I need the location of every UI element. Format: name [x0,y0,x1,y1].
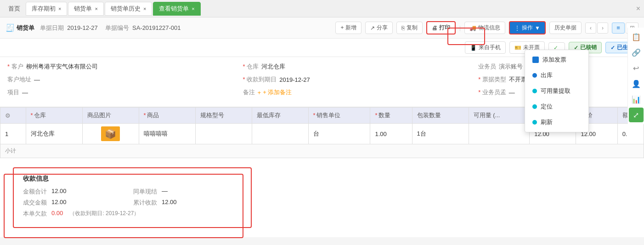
close-all-button[interactable]: × [636,5,640,13]
doc-date-label: 单据日期 2019-12-27 [40,24,98,32]
tab-sales[interactable]: 销货单 × [68,2,103,16]
row-amount: 0. [617,124,644,144]
staff-value: 演示账号 [499,63,523,71]
due-value: 0.00 [51,210,63,218]
row-pack-qty: 1台 [412,124,469,144]
locate-dot-icon [532,104,537,109]
outbound-label: 出库 [541,71,553,80]
due-date-value: 2019-12-27 [279,76,310,83]
sales-history-tab-close[interactable]: × [143,6,146,11]
payment-row-2: 成交金额 12.00 累计收款 12.00 [23,199,242,207]
sidebar-icon-1[interactable]: 📋 [629,29,644,44]
col-warehouse: *仓库 [26,108,82,124]
doc-actions: + 新增 ↗ 分享 ⎘ 复制 🖨 打印 | 🚚 物流信息 [335,21,638,34]
sidebar-icon-expand[interactable]: ⤢ [629,108,644,122]
from-phone-button[interactable]: 📱 来自手机 [465,41,506,54]
row-num: 1 [0,124,26,144]
payment-row-3: 本单欠款 0.00 （收款到期日: 2019-12-27） [23,210,242,218]
share-icon: ↗ [370,25,375,31]
customer-label: 客户 [7,63,23,71]
add-note-button[interactable]: + + 添加备注 [258,88,292,97]
cumulative-label: 累计收款 [133,199,157,207]
history-button[interactable]: 历史单据 [549,22,582,34]
col-available: 可用量 (... [469,108,530,124]
dropdown-add-invoice[interactable]: 添加发票 [525,52,588,68]
print-button[interactable]: 🖨 打印 [426,21,456,34]
view-sales-tab-close[interactable]: × [192,6,194,11]
doc-type-label: 销货单 [17,24,34,32]
page-wrapper: 首页 库存期初 × 销货单 × 销货单历史 × 查看销货单 × × 🧾 销货单 [0,0,644,245]
copy-button[interactable]: ⎘ 复制 [396,22,423,34]
gear-icon[interactable]: ⚙ [5,112,11,119]
transaction-label: 成交金额 [23,199,47,207]
sidebar-icon-3[interactable]: ↩ [629,61,644,75]
date-label-text: 单据日期 [40,24,64,31]
ticket-type-value: 不开票 [509,75,527,84]
logistics-button[interactable]: 🚚 物流信息 [464,22,505,34]
from-phone-label: 来自手机 [479,44,501,51]
available-fetch-dot-icon [532,89,537,93]
sidebar-icon-5[interactable]: 📊 [629,92,644,107]
check-eff-icon: ✓ [610,45,615,51]
same-order-label: 同单现结 [133,188,157,196]
address-value: — [34,76,40,83]
doc-num-label: 单据编号 SA-20191227-001 [105,24,181,32]
operate-label: 操作 [522,24,533,32]
share-label: 分享 [377,24,388,32]
plus-icon: + [258,89,261,96]
sidebar-icon-4[interactable]: 👤 [629,76,644,91]
doc-meta: 单据日期 2019-12-27 单据编号 SA-20191227-001 [40,24,181,32]
customer-field: 客户 柳州粤港平安气体有限公司 [7,63,234,71]
subtotal-label: 小计 [0,144,644,158]
copy-icon: ⎘ [401,25,405,31]
amount-total-item: 金额合计 12.00 [23,188,115,196]
sep1: | [459,24,461,31]
nav-prev-button[interactable]: ‹ [585,23,596,34]
tab-sales-history[interactable]: 销货单历史 × [105,2,152,16]
dropdown-available-fetch[interactable]: 可用量提取 [525,83,588,99]
sales-tab-close[interactable]: × [95,6,97,11]
address-field: 客户地址 — [7,75,234,84]
add-invoice-label: 添加发票 [542,56,566,64]
doc-type-icon: 🧾 [6,23,15,32]
due-hint: （收款到期日: 2019-12-27） [69,210,139,218]
salesperson-value: — [509,89,515,96]
warehouse-field: 仓库 河北仓库 [243,63,469,71]
payment-container: 收款信息 金额合计 12.00 同单现结 — 成交金额 12.00 [0,158,644,237]
col-model: 规格型号 [195,108,252,124]
row-unit: 台 [308,124,370,144]
same-order-item: 同单现结 — [133,188,225,196]
warehouse-value: 河北仓库 [261,63,285,71]
sidebar-icon-2[interactable]: 🔗 [629,45,644,60]
due-date-label: 收款到期日 [243,75,277,84]
project-label: 项目 [7,88,19,97]
staff-label: 业务员 [478,63,496,71]
right-sidebar: 📋 🔗 ↩ 👤 📊 ⤢ [627,28,644,124]
operate-button[interactable]: ⋮ 操作 ▼ [509,21,546,34]
inventory-tab-close[interactable]: × [58,6,61,11]
col-unit: *销售单位 [308,108,370,124]
payment-row-1: 金额合计 12.00 同单现结 — [23,188,242,196]
tab-view-sales[interactable]: 查看销货单 × [153,2,200,16]
project-value: — [22,89,28,96]
locate-label: 定位 [541,103,553,111]
tab-home[interactable]: 首页 [4,5,25,13]
row-min-stock [252,124,308,144]
dropdown-refresh[interactable]: 刷新 [525,114,588,130]
num-label-text: 单据编号 [105,24,129,31]
logistics-icon: 🚚 [469,25,476,31]
dropdown-locate[interactable]: 定位 [525,99,588,114]
list-view-toggle[interactable]: ≡ [612,23,625,34]
nav-next-button[interactable]: › [597,23,608,34]
dropdown-outbound[interactable]: 出库 [525,68,588,83]
tab-inventory[interactable]: 库存期初 × [26,2,67,16]
inventory-tab-label: 库存期初 [32,5,56,13]
doc-header: 🧾 销货单 单据日期 2019-12-27 单据编号 SA-20191227-0… [0,17,644,39]
refresh-dot-icon [532,120,537,125]
new-button[interactable]: + 新增 [335,22,361,34]
row-product: 嘻嘻嘻嘻 [139,124,195,144]
operate-dropdown-menu: 添加发票 出库 可用量提取 定位 刷新 [525,50,589,132]
customer-value: 柳州粤港平安气体有限公司 [26,63,98,71]
cumulative-item: 累计收款 12.00 [133,199,225,207]
share-button[interactable]: ↗ 分享 [365,22,393,34]
